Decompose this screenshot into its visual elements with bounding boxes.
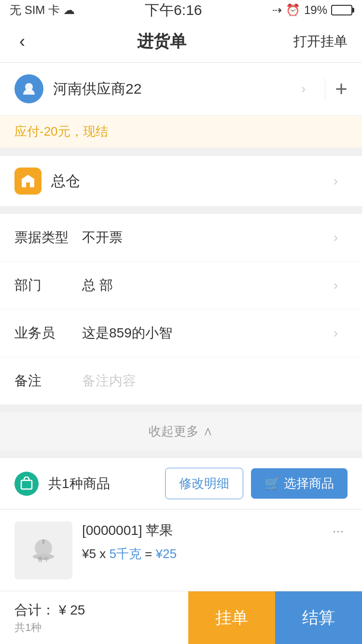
checkout-button[interactable]: 结算 <box>275 591 362 644</box>
product-price-row: ¥5 x 5千克 = ¥25 <box>82 546 329 562</box>
location-icon: ⇢ <box>272 3 282 17</box>
open-pending-button[interactable]: 打开挂单 <box>293 32 348 51</box>
product-thumbnail: 鲁牛 <box>14 521 72 579</box>
select-product-button[interactable]: 🛒 选择商品 <box>251 468 348 499</box>
collapse-bar[interactable]: 收起更多 ∧ <box>0 412 362 450</box>
remark-label: 备注 <box>14 372 72 390</box>
svg-rect-3 <box>26 182 30 187</box>
status-right: ⇢ ⏰ 19% <box>272 3 352 17</box>
pending-button[interactable]: 挂单 <box>188 591 275 644</box>
supplier-notice: 应付-20元，现结 <box>0 115 362 148</box>
warehouse-icon <box>14 168 42 195</box>
supplier-card: 河南供应商22 › + 应付-20元，现结 <box>0 63 362 148</box>
form-section: 票据类型 不开票 › 部门 总 部 › 业务员 这是859的小智 › 备注 备注… <box>0 214 362 405</box>
svg-rect-4 <box>21 480 32 489</box>
total-row: 合计： ¥ 25 <box>14 601 174 619</box>
total-section: 合计： ¥ 25 共1种 <box>0 591 188 644</box>
quantity: 5千克 <box>109 546 141 561</box>
svg-marker-2 <box>21 175 35 180</box>
dept-value: 总 部 <box>72 276 334 294</box>
sales-row[interactable]: 业务员 这是859的小智 › <box>0 309 362 357</box>
svg-text:鲁牛: 鲁牛 <box>38 556 49 563</box>
sales-chevron-icon: › <box>334 325 338 341</box>
warehouse-card[interactable]: 总仓 › <box>0 156 362 206</box>
products-icon <box>14 472 39 496</box>
total-amount: ¥ 25 <box>59 602 85 617</box>
edit-details-button[interactable]: 修改明细 <box>165 468 243 499</box>
remark-row[interactable]: 备注 备注内容 <box>0 357 362 405</box>
add-supplier-button[interactable]: + <box>335 78 348 99</box>
product-info: [0000001] 苹果 ¥5 x 5千克 = ¥25 <box>82 521 329 562</box>
multiply-sign: x <box>99 546 109 561</box>
warehouse-name: 总仓 <box>51 171 334 191</box>
dept-chevron-icon: › <box>334 278 338 293</box>
content: 河南供应商22 › + 应付-20元，现结 总仓 › 票据类型 不开票 › <box>0 63 362 644</box>
product-more-button[interactable]: ··· <box>329 521 348 541</box>
invoice-chevron-icon: › <box>334 230 338 245</box>
supplier-name: 河南供应商22 <box>53 79 301 99</box>
battery-icon <box>331 5 352 15</box>
warehouse-row[interactable]: 总仓 › <box>0 156 362 206</box>
divider <box>325 78 325 99</box>
products-header: 共1种商品 修改明细 🛒 选择商品 <box>0 458 362 509</box>
invoice-value: 不开票 <box>72 228 334 247</box>
dept-row[interactable]: 部门 总 部 › <box>0 262 362 309</box>
checkout-label: 结算 <box>302 607 335 629</box>
supplier-chevron-icon: › <box>301 81 306 97</box>
product-code: [0000001] <box>82 523 142 538</box>
pending-label: 挂单 <box>215 607 248 629</box>
back-button[interactable]: ‹ <box>14 27 30 56</box>
unit-price: ¥5 <box>82 546 96 561</box>
nav-bar: ‹ 进货单 打开挂单 <box>0 20 362 63</box>
bottom-bar: 合计： ¥ 25 共1种 挂单 结算 <box>0 591 362 644</box>
sim-label: 无 SIM 卡 ☁ <box>10 2 75 18</box>
total-label: 合计： <box>14 602 55 617</box>
battery-percent: 19% <box>304 3 327 17</box>
invoice-row[interactable]: 票据类型 不开票 › <box>0 214 362 262</box>
status-time: 下午6:16 <box>145 0 202 20</box>
remark-input[interactable]: 备注内容 <box>72 372 348 390</box>
sales-value: 这是859的小智 <box>72 324 334 342</box>
status-bar: 无 SIM 卡 ☁ 下午6:16 ⇢ ⏰ 19% <box>0 0 362 20</box>
select-product-label: 选择商品 <box>284 475 334 492</box>
status-left: 无 SIM 卡 ☁ <box>10 2 75 18</box>
alarm-icon: ⏰ <box>286 3 300 17</box>
subtotal: ¥25 <box>156 546 177 561</box>
dept-label: 部门 <box>14 276 72 294</box>
product-count: 共1种商品 <box>48 475 165 493</box>
warehouse-chevron-icon: › <box>334 173 338 189</box>
supplier-avatar <box>14 74 43 103</box>
supplier-row[interactable]: 河南供应商22 › + <box>0 63 362 115</box>
sales-label: 业务员 <box>14 324 72 342</box>
product-item: 鲁牛 [0000001] 苹果 ¥5 x 5千克 = ¥25 ··· <box>0 510 362 591</box>
svg-rect-7 <box>42 539 44 544</box>
product-title: 苹果 <box>146 523 173 538</box>
equals-sign: = <box>145 546 155 561</box>
invoice-label: 票据类型 <box>14 228 72 247</box>
product-name: [0000001] 苹果 <box>82 521 329 540</box>
page-title: 进货单 <box>137 30 186 53</box>
collapse-label: 收起更多 ∧ <box>149 423 213 440</box>
total-count: 共1种 <box>14 620 174 635</box>
cart-icon: 🛒 <box>265 476 280 491</box>
